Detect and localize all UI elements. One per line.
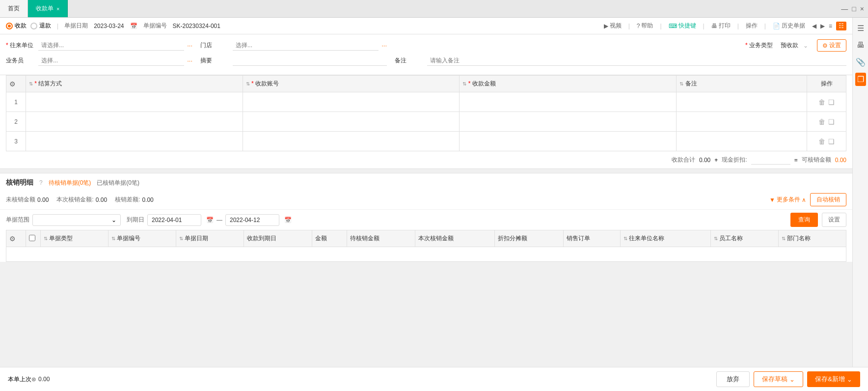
summary-input[interactable] (233, 56, 387, 66)
bth-department: ⇅ 部门名称 (778, 230, 846, 247)
row-settlement-2[interactable] (26, 112, 243, 132)
video-btn[interactable]: ▶ 视频 (601, 21, 624, 31)
store-input[interactable] (233, 40, 379, 51)
help-btn[interactable]: ? 帮助 (634, 21, 656, 31)
writeoff-section: 核销明细 ? 待核销单据(0笔) 已核销单据(0笔) 未核销金额 0.00 本次… (0, 173, 852, 262)
toolbar-actions: ▶ 视频 | ? 帮助 | ⌨ 快捷键 | 🖶 打印 | 操作 | (601, 21, 846, 31)
grid-icon[interactable]: ☷ (836, 22, 846, 30)
delete-icon-1[interactable]: 🗑 (818, 98, 825, 106)
pending-tag[interactable]: 待核销单据(0笔) (49, 179, 91, 187)
calendar-to-icon[interactable]: 📅 (284, 217, 292, 223)
counterpart-label: 往来单位 (6, 41, 35, 50)
settings-button[interactable]: ⚙ 设置 (817, 39, 846, 52)
done-tag[interactable]: 已核销单据(0笔) (97, 179, 139, 187)
more-conditions-btn[interactable]: ▼ 更多条件 ∧ (769, 196, 806, 204)
select-all-checkbox[interactable] (29, 235, 35, 241)
salesperson-field: 业务员 ··· (6, 56, 192, 66)
bth-current-amount: 本次核销金额 (415, 230, 495, 247)
writeoff-help-icon[interactable]: ? (39, 179, 43, 186)
delete-icon-3[interactable]: 🗑 (818, 138, 825, 145)
video-icon: ▶ (604, 23, 608, 29)
business-type-label: 业务类型 (745, 41, 775, 50)
unwriteoff-label: 未核销金额 (6, 196, 35, 204)
row-amount-3[interactable] (460, 132, 677, 151)
copy-icon-3[interactable]: ❏ (828, 138, 835, 145)
writeoff-title: 核销明细 (6, 178, 33, 187)
print-btn[interactable]: 🖶 打印 (708, 21, 733, 31)
salesperson-label: 业务员 (6, 56, 35, 65)
shortcut-btn[interactable]: ⌨ 快捷键 (666, 21, 699, 31)
nav-prev-icon[interactable]: ◀ (812, 23, 816, 29)
due-date-label: 到期日 (127, 216, 144, 224)
bottom-table-gear-icon[interactable]: ⚙ (9, 235, 16, 243)
store-more-icon[interactable]: ··· (381, 42, 387, 49)
filter-settings-btn[interactable]: 设置 (822, 213, 846, 227)
th-account: ⇅ 收款账号 (243, 76, 460, 92)
minimize-btn[interactable]: — (841, 5, 848, 13)
copy-icon-2[interactable]: ❏ (828, 118, 835, 126)
table-row: 2 🗑 ❏ (6, 112, 846, 132)
number-label: 单据编号 (143, 22, 167, 30)
th-amount: ⇅ 收款金额 (460, 76, 677, 92)
close-btn[interactable]: × (860, 5, 864, 13)
filter-buttons: 查询 设置 (790, 213, 846, 227)
salesperson-more-icon[interactable]: ··· (187, 57, 192, 64)
date-from-input[interactable] (147, 214, 201, 226)
counterpart-more-icon[interactable]: ··· (187, 42, 192, 49)
delete-icon-2[interactable]: 🗑 (818, 118, 825, 126)
store-label: 门店 (200, 41, 230, 50)
history-btn[interactable]: 📄 历史单据 (770, 21, 808, 31)
sidebar-attachment-icon[interactable]: 📎 (854, 56, 868, 69)
row-remark-3[interactable] (677, 132, 807, 151)
date-value[interactable]: 2023-03-24 (94, 23, 124, 29)
query-button[interactable]: 查询 (790, 213, 818, 227)
current-stat: 本次核销金额: 0.00 (56, 196, 107, 204)
row-settlement-3[interactable] (26, 132, 243, 151)
discount-input[interactable] (751, 155, 790, 165)
tab-active-label: 收款单 (36, 4, 54, 13)
calendar-icon[interactable]: 📅 (130, 23, 137, 29)
table-gear-icon[interactable]: ⚙ (9, 80, 16, 88)
tab-close-icon[interactable]: × (56, 6, 59, 12)
operation-btn[interactable]: 操作 (743, 21, 760, 31)
row-remark-2[interactable] (677, 112, 807, 132)
business-type-chevron[interactable]: ⌄ (803, 42, 808, 49)
summary-label: 摘要 (200, 56, 230, 65)
salesperson-input[interactable] (38, 56, 184, 66)
row-action-3: 🗑 ❏ (807, 132, 846, 151)
calendar-from-icon[interactable]: 📅 (206, 217, 214, 223)
date-to-input[interactable] (225, 214, 279, 226)
sidebar-print-icon[interactable]: 🖶 (855, 39, 867, 52)
row-remark-1[interactable] (677, 92, 807, 112)
row-amount-2[interactable] (460, 112, 677, 132)
radio-payment[interactable]: 收款 (6, 22, 27, 30)
tab-active[interactable]: 收款单 × (28, 0, 68, 17)
row-account-2[interactable] (243, 112, 460, 132)
bth-amount: 金额 (312, 230, 347, 247)
maximize-btn[interactable]: □ (852, 5, 856, 13)
remark-input[interactable] (427, 56, 846, 66)
row-settlement-1[interactable] (26, 92, 243, 112)
nav-next-icon[interactable]: ▶ (820, 23, 825, 29)
writeoff-actions: ▼ 更多条件 ∧ 自动核销 (769, 193, 846, 206)
th-settings: ⚙ (6, 76, 26, 92)
copy-icon-1[interactable]: ❏ (828, 98, 835, 106)
plus-sign: + (714, 157, 718, 164)
sidebar-expand-icon[interactable]: ❐ (855, 73, 866, 86)
remark-field: 备注 (395, 56, 846, 66)
layout-icon[interactable]: ≡ (829, 23, 832, 29)
row-account-3[interactable] (243, 132, 460, 151)
sidebar-table-icon[interactable]: ☰ (855, 22, 866, 35)
row-num-2: 2 (6, 112, 26, 132)
range-select[interactable]: ⌄ (32, 214, 121, 226)
radio-refund[interactable]: 退款 (30, 22, 51, 30)
radio-refund-dot (30, 23, 37, 29)
form-row-2: 业务员 ··· 摘要 备注 (6, 56, 846, 66)
auto-writeoff-btn[interactable]: 自动核销 (810, 193, 846, 206)
row-account-1[interactable] (243, 92, 460, 112)
tab-home[interactable]: 首页 (0, 0, 28, 17)
row-amount-1[interactable] (460, 92, 677, 112)
counterpart-input[interactable] (38, 40, 184, 51)
range-chevron-icon: ⌄ (111, 217, 116, 223)
bottom-table-row (6, 247, 846, 262)
